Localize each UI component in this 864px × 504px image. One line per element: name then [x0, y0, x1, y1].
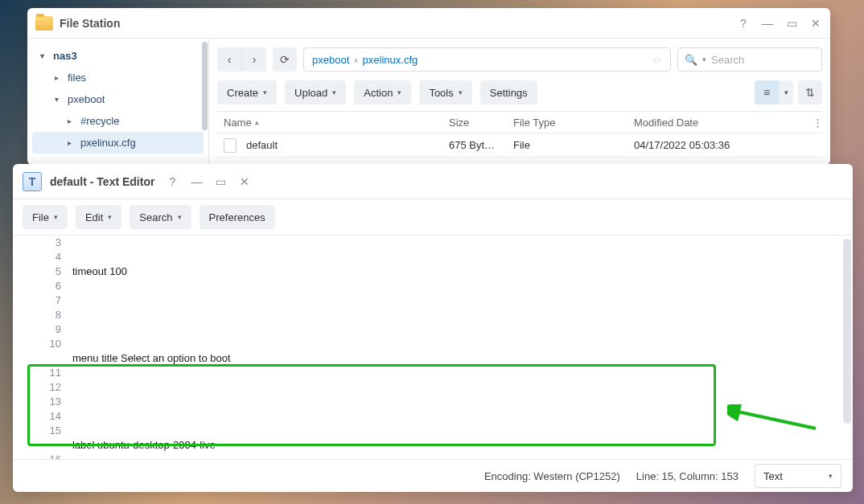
text-editor-window: T default - Text Editor ? — ▭ ✕ File▾ Ed… [13, 164, 853, 492]
file-size: 675 Byt… [442, 139, 507, 151]
status-encoding: Encoding: Western (CP1252) [484, 470, 620, 482]
preferences-button[interactable]: Preferences [200, 205, 275, 229]
view-dropdown-icon[interactable]: ▾ [779, 80, 793, 104]
column-name[interactable]: Name▴ [217, 117, 442, 129]
tree-item-recycle[interactable]: ▸#recycle [32, 110, 204, 132]
sidebar-scrollbar[interactable] [202, 42, 208, 130]
create-button[interactable]: Create▾ [217, 80, 277, 104]
maximize-icon[interactable]: ▭ [214, 175, 227, 188]
help-icon[interactable]: ? [737, 17, 750, 30]
settings-button[interactable]: Settings [480, 80, 537, 104]
tree-root-nas3[interactable]: ▾nas3 [32, 45, 204, 67]
search-input[interactable]: 🔍 ▾ Search [677, 47, 822, 72]
file-icon [224, 138, 237, 153]
status-bar: Encoding: Western (CP1252) Line: 15, Col… [13, 460, 853, 492]
column-size[interactable]: Size [442, 117, 507, 129]
file-station-window: File Station ? — ▭ ✕ ▾nas3 ▸files ▾pxebo… [27, 8, 830, 165]
file-name: default [246, 139, 278, 151]
file-type: File [507, 139, 627, 151]
action-toolbar: Create▾ Upload▾ Action▾ Tools▾ Settings … [217, 80, 822, 104]
search-placeholder: Search [711, 54, 744, 66]
forward-button[interactable]: › [242, 47, 266, 72]
minimize-icon[interactable]: — [761, 17, 774, 30]
upload-button[interactable]: Upload▾ [285, 80, 346, 104]
minimize-icon[interactable]: — [190, 175, 203, 188]
file-station-titlebar[interactable]: File Station ? — ▭ ✕ [27, 8, 830, 39]
code-content[interactable]: timeout 100 menu title Select an option … [72, 236, 841, 460]
status-position: Line: 15, Column: 153 [636, 470, 739, 482]
line-gutter: 345678910111213141516 [13, 236, 69, 460]
editor-scrollbar[interactable] [843, 239, 851, 424]
column-date[interactable]: Modified Date [627, 117, 806, 129]
sidebar: ▾nas3 ▸files ▾pxeboot ▸#recycle ▸pxelinu… [27, 39, 209, 165]
refresh-button[interactable]: ⟳ [273, 47, 297, 72]
text-editor-titlebar[interactable]: T default - Text Editor ? — ▭ ✕ [13, 164, 853, 199]
file-menu[interactable]: File▾ [23, 205, 68, 229]
close-icon[interactable]: ✕ [809, 17, 822, 30]
edit-menu[interactable]: Edit▾ [76, 205, 121, 229]
text-editor-icon: T [23, 172, 42, 191]
list-view-button[interactable]: ≡ [755, 80, 779, 104]
star-icon[interactable]: ☆ [652, 54, 662, 66]
breadcrumb-part[interactable]: pxelinux.cfg [363, 54, 418, 66]
search-dropdown-icon[interactable]: ▾ [702, 55, 706, 64]
search-menu[interactable]: Search▾ [130, 205, 191, 229]
editor-toolbar: File▾ Edit▾ Search▾ Preferences [13, 199, 853, 235]
breadcrumb-sep: › [354, 54, 357, 66]
column-more-icon[interactable]: ⋮ [806, 117, 822, 129]
folder-icon [35, 16, 53, 31]
breadcrumb[interactable]: pxeboot › pxelinux.cfg ☆ [303, 47, 671, 72]
tree-item-pxelinux[interactable]: ▸pxelinux.cfg [32, 132, 204, 154]
code-editor[interactable]: 345678910111213141516 timeout 100 menu t… [13, 235, 853, 460]
tree-item-pxeboot[interactable]: ▾pxeboot [32, 88, 204, 110]
nav-toolbar: ‹ › ⟳ pxeboot › pxelinux.cfg ☆ 🔍 ▾ Searc… [217, 45, 822, 74]
window-title: default - Text Editor [50, 175, 154, 188]
table-row[interactable]: default 675 Byt… File 04/17/2022 05:03:3… [217, 133, 822, 158]
back-button[interactable]: ‹ [217, 47, 241, 72]
column-type[interactable]: File Type [507, 117, 627, 129]
file-table: Name▴ Size File Type Modified Date ⋮ def… [217, 111, 822, 158]
action-button[interactable]: Action▾ [354, 80, 411, 104]
sort-button[interactable]: ⇅ [798, 80, 822, 104]
tools-button[interactable]: Tools▾ [419, 80, 471, 104]
close-icon[interactable]: ✕ [238, 175, 251, 188]
tree-item-files[interactable]: ▸files [32, 67, 204, 88]
maximize-icon[interactable]: ▭ [785, 17, 798, 30]
language-select[interactable]: Text▾ [755, 464, 841, 488]
window-title: File Station [60, 17, 120, 30]
search-icon: 🔍 [685, 54, 697, 66]
breadcrumb-part[interactable]: pxeboot [312, 54, 349, 66]
help-icon[interactable]: ? [166, 175, 179, 188]
file-date: 04/17/2022 05:03:36 [627, 139, 806, 151]
